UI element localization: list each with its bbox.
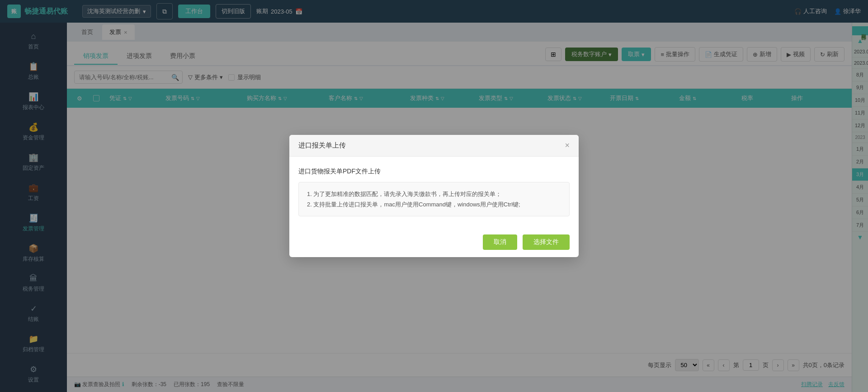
modal-body: 进口货物报关单PDF文件上传 1. 为了更加精准的数据匹配，请先录入海关缴款书，… <box>289 157 579 228</box>
upload-instructions: 1. 为了更加精准的数据匹配，请先录入海关缴款书，再上传对应的报关单； 2. 支… <box>298 182 570 217</box>
modal-dialog: 进口报关单上传 × 进口货物报关单PDF文件上传 1. 为了更加精准的数据匹配，… <box>289 135 579 258</box>
modal-title: 进口报关单上传 <box>298 141 346 150</box>
modal-select-file-button[interactable]: 选择文件 <box>523 234 570 250</box>
modal-close-button[interactable]: × <box>565 141 570 149</box>
modal-overlay[interactable]: 进口报关单上传 × 进口货物报关单PDF文件上传 1. 为了更加精准的数据匹配，… <box>0 0 868 392</box>
modal-footer: 取消 选择文件 <box>289 227 579 257</box>
modal-cancel-button[interactable]: 取消 <box>483 234 517 250</box>
upload-title: 进口货物报关单PDF文件上传 <box>298 167 570 176</box>
instruction-item-2: 2. 支持批量上传进口报关单，mac用户使用Command键，windows用户… <box>307 199 561 210</box>
modal-header: 进口报关单上传 × <box>289 135 579 157</box>
instruction-item-1: 1. 为了更加精准的数据匹配，请先录入海关缴款书，再上传对应的报关单； <box>307 189 561 199</box>
